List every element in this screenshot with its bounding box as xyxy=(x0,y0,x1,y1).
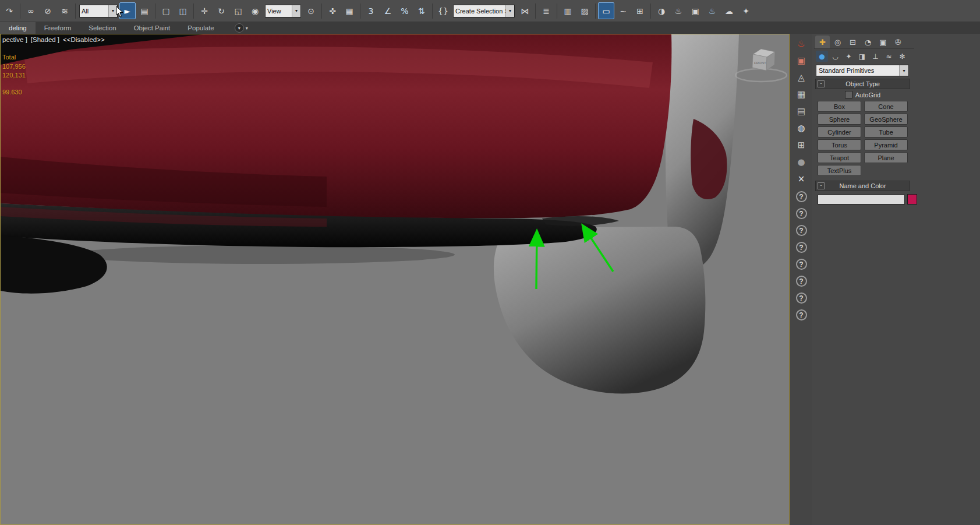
render-setup-icon[interactable]: ♨ xyxy=(670,2,687,19)
viewport-label-shading[interactable]: [Shaded ] xyxy=(31,36,59,43)
select-object-button[interactable]: ► xyxy=(119,2,136,19)
primitive-button-sphere[interactable]: Sphere xyxy=(818,114,861,125)
select-by-name-icon[interactable]: ▤ xyxy=(136,2,153,19)
panel-tab-modify[interactable]: ◎ xyxy=(830,36,845,48)
panel-tab-hierarchy[interactable]: ⊟ xyxy=(845,36,860,48)
unknown-script-button[interactable]: ? xyxy=(796,242,807,253)
ribbon-tab-object-paint[interactable]: Object Paint xyxy=(125,22,179,34)
primitive-button-torus[interactable]: Torus xyxy=(818,139,861,150)
viewport-label-view[interactable]: pective ] xyxy=(2,36,27,43)
window-crossing-toggle-icon[interactable]: ◫ xyxy=(175,2,191,19)
curve-editor-icon[interactable]: ∼ xyxy=(615,2,631,19)
rendered-frame-window-icon[interactable]: ▣ xyxy=(687,2,703,19)
unlink-selection-icon[interactable]: ⊘ xyxy=(40,2,56,19)
toggle-scene-explorer-icon[interactable]: ▥ xyxy=(560,2,576,19)
schematic-view-icon[interactable]: ⊞ xyxy=(632,2,648,19)
unknown-script-button[interactable]: ? xyxy=(796,225,807,236)
category-systems[interactable]: ✻ xyxy=(896,51,908,62)
spinner-snap-toggle-icon[interactable]: ⇅ xyxy=(413,2,430,19)
named-selection-sets-dropdown[interactable]: Create Selection Se▾ xyxy=(453,5,515,17)
ribbon-expand-caret-icon[interactable]: ▾ xyxy=(246,26,248,31)
stats-fps: 99.630 xyxy=(2,88,26,97)
name-color-rollout-header[interactable]: - Name and Color xyxy=(815,181,910,191)
category-helpers[interactable]: ⊥ xyxy=(869,51,882,62)
unknown-script-button[interactable]: ? xyxy=(796,276,807,287)
select-and-manipulate-icon[interactable]: ✜ xyxy=(324,2,341,19)
open-a360-gallery-icon[interactable]: ✦ xyxy=(738,2,754,19)
object-name-input[interactable] xyxy=(818,195,905,205)
toggle-ribbon-icon[interactable]: ▭ xyxy=(598,2,614,19)
selection-filter-dropdown[interactable]: All▾ xyxy=(79,5,118,17)
primitive-button-cone[interactable]: Cone xyxy=(864,101,908,112)
name-color-rollout: - Name and Color xyxy=(815,181,910,207)
angle-snap-toggle-icon[interactable]: ∠ xyxy=(380,2,396,19)
redo-icon[interactable]: ↷ xyxy=(1,2,17,19)
percent-snap-toggle-icon[interactable]: % xyxy=(397,2,413,19)
ribbon-tab-selection[interactable]: Selection xyxy=(80,22,125,34)
primitive-button-plane[interactable]: Plane xyxy=(864,152,908,163)
autogrid-checkbox[interactable] xyxy=(845,91,852,98)
use-pivot-point-center-icon[interactable]: ⊙ xyxy=(303,2,319,19)
select-and-link-icon[interactable]: ∞ xyxy=(23,2,39,19)
panel-tab-create[interactable]: ✚ xyxy=(815,36,830,48)
unknown-script-button[interactable]: ? xyxy=(796,293,807,304)
perspective-viewport[interactable]: FRONT pective ][Shaded ]<<Disabled>> Tot… xyxy=(0,34,790,525)
edit-named-selection-sets-icon[interactable]: {} xyxy=(435,2,451,19)
ribbon-tab-deling[interactable]: deling xyxy=(0,22,36,34)
category-shapes[interactable]: ◡ xyxy=(829,51,841,62)
object-type-rollout-header[interactable]: - Object Type xyxy=(815,79,910,89)
panel-tab-utilities[interactable]: ✇ xyxy=(891,36,905,48)
close-toolbar-icon[interactable]: × xyxy=(794,172,809,186)
viewport-label[interactable]: pective ][Shaded ]<<Disabled>> xyxy=(2,36,108,43)
unknown-script-button[interactable]: ? xyxy=(796,259,807,270)
select-and-uniform-scale-icon[interactable]: ◱ xyxy=(230,2,246,19)
bind-to-space-warp-icon[interactable]: ≋ xyxy=(56,2,73,19)
primitive-button-cylinder[interactable]: Cylinder xyxy=(818,126,861,138)
material-editor-icon[interactable]: ◑ xyxy=(653,2,670,19)
reference-coordinate-system-dropdown[interactable]: View▾ xyxy=(265,5,301,17)
command-panel: ✚◎⊟◔▣✇ ●◡✦◨⊥≈✻ Standard Primitives ▾ - O… xyxy=(812,34,980,525)
panel-tab-display[interactable]: ▣ xyxy=(876,36,890,48)
category-lights[interactable]: ✦ xyxy=(843,51,855,62)
lattice-icon[interactable]: ⊞ xyxy=(794,138,809,152)
unknown-script-button[interactable]: ? xyxy=(796,191,807,202)
mirror-icon[interactable]: ⋈ xyxy=(516,2,533,19)
vray-render-teapot-icon[interactable]: ♨ xyxy=(794,37,809,51)
keyboard-shortcut-override-icon[interactable]: ▦ xyxy=(341,2,358,19)
primitive-button-teapot[interactable]: Teapot xyxy=(818,152,861,163)
toggle-layer-explorer-icon[interactable]: ▨ xyxy=(576,2,593,19)
sphere-tool-icon[interactable]: ● xyxy=(794,155,809,169)
render-production-icon[interactable]: ♨ xyxy=(704,2,720,19)
select-and-place-icon[interactable]: ◉ xyxy=(247,2,263,19)
ribbon-tab-populate[interactable]: Populate xyxy=(179,22,222,34)
select-and-move-icon[interactable]: ✛ xyxy=(196,2,213,19)
category-geometry[interactable]: ● xyxy=(816,51,828,62)
snap-toggle-3d-icon[interactable]: 3 xyxy=(363,2,379,19)
gizmo-tool-icon[interactable]: ◬ xyxy=(794,71,809,84)
panel-tab-motion[interactable]: ◔ xyxy=(861,36,875,48)
viewport-canvas[interactable]: FRONT xyxy=(1,34,789,524)
primitive-button-geosphere[interactable]: GeoSphere xyxy=(864,114,908,125)
frame-buffer-icon[interactable]: ▣ xyxy=(794,54,809,68)
checker-map-icon[interactable]: ▦ xyxy=(794,87,809,101)
ribbon-tab-freeform[interactable]: Freeform xyxy=(36,22,80,34)
collapse-icon[interactable]: - xyxy=(818,80,825,87)
primitive-button-textplus[interactable]: TextPlus xyxy=(818,165,861,176)
primitive-button-box[interactable]: Box xyxy=(818,101,861,112)
collapse-icon[interactable]: - xyxy=(818,182,825,189)
ribbon-config-button[interactable]: ▾ xyxy=(235,23,244,33)
object-color-swatch[interactable] xyxy=(907,194,917,205)
wire-sphere-icon[interactable]: ◍ xyxy=(794,121,809,135)
layer-stack-icon[interactable]: ▤ xyxy=(794,104,809,118)
render-in-cloud-icon[interactable]: ☁ xyxy=(721,2,737,19)
primitives-dropdown[interactable]: Standard Primitives ▾ xyxy=(816,65,909,76)
rectangular-selection-region-icon[interactable]: ▢ xyxy=(158,2,174,19)
category-space-warps[interactable]: ≈ xyxy=(883,51,895,62)
category-cameras[interactable]: ◨ xyxy=(856,51,868,62)
primitive-button-pyramid[interactable]: Pyramid xyxy=(864,139,908,150)
select-and-rotate-icon[interactable]: ↻ xyxy=(213,2,229,19)
align-icon[interactable]: ≣ xyxy=(538,2,554,19)
unknown-script-button[interactable]: ? xyxy=(796,309,807,320)
primitive-button-tube[interactable]: Tube xyxy=(864,126,908,138)
unknown-script-button[interactable]: ? xyxy=(796,208,807,219)
